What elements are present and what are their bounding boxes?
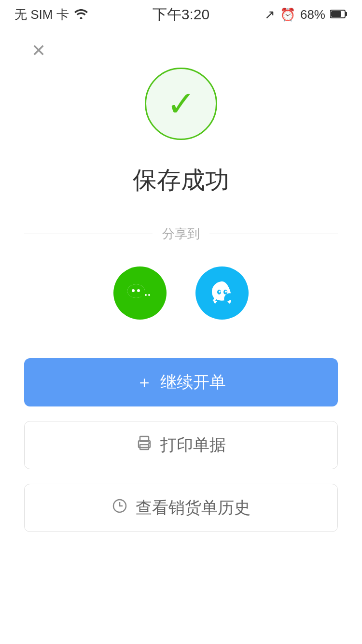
wechat-share-button[interactable] bbox=[113, 266, 167, 320]
share-label: 分享到 bbox=[153, 225, 209, 242]
status-time: 下午3:20 bbox=[153, 5, 209, 25]
plus-icon: ＋ bbox=[136, 371, 153, 393]
wifi-icon bbox=[74, 7, 88, 22]
success-circle: ✓ bbox=[145, 68, 217, 140]
history-button[interactable]: 查看销货单历史 bbox=[24, 484, 338, 532]
success-title: 保存成功 bbox=[133, 164, 229, 196]
svg-rect-2 bbox=[331, 11, 341, 17]
battery-percentage: 68% bbox=[300, 7, 325, 22]
print-button[interactable]: 打印单据 bbox=[24, 421, 338, 469]
wechat-icon bbox=[125, 278, 156, 309]
qq-icon bbox=[207, 278, 238, 309]
close-button[interactable]: ✕ bbox=[24, 36, 53, 65]
svg-point-12 bbox=[225, 291, 227, 293]
svg-point-5 bbox=[132, 289, 135, 292]
alarm-icon: ⏰ bbox=[280, 7, 295, 22]
history-icon bbox=[111, 498, 128, 518]
button-section: ＋ 继续开单 打印单据 查看销货单历史 bbox=[0, 358, 362, 532]
svg-point-6 bbox=[137, 289, 140, 292]
continue-button[interactable]: ＋ 继续开单 bbox=[24, 358, 338, 406]
print-icon bbox=[136, 435, 153, 455]
divider-line-left bbox=[24, 234, 153, 234]
divider-line-right bbox=[209, 234, 338, 234]
svg-rect-1 bbox=[345, 12, 347, 16]
print-label: 打印单据 bbox=[160, 434, 226, 456]
status-left: 无 SIM 卡 bbox=[14, 6, 88, 23]
status-right: ↗ ⏰ 68% bbox=[265, 7, 348, 22]
status-bar: 无 SIM 卡 下午3:20 ↗ ⏰ 68% bbox=[0, 0, 362, 29]
svg-point-7 bbox=[145, 294, 147, 296]
battery-icon bbox=[330, 7, 348, 22]
sim-label: 无 SIM 卡 bbox=[14, 6, 69, 23]
svg-point-16 bbox=[148, 442, 150, 444]
close-icon: ✕ bbox=[31, 41, 46, 61]
checkmark-icon: ✓ bbox=[167, 86, 195, 121]
svg-point-8 bbox=[148, 294, 150, 296]
main-content: ✓ 保存成功 分享到 bbox=[0, 29, 362, 532]
share-icons bbox=[113, 266, 249, 320]
location-icon: ↗ bbox=[265, 7, 275, 22]
history-label: 查看销货单历史 bbox=[136, 497, 251, 519]
svg-point-11 bbox=[219, 291, 221, 293]
share-divider: 分享到 bbox=[0, 225, 362, 242]
continue-label: 继续开单 bbox=[160, 371, 226, 393]
qq-share-button[interactable] bbox=[195, 266, 249, 320]
